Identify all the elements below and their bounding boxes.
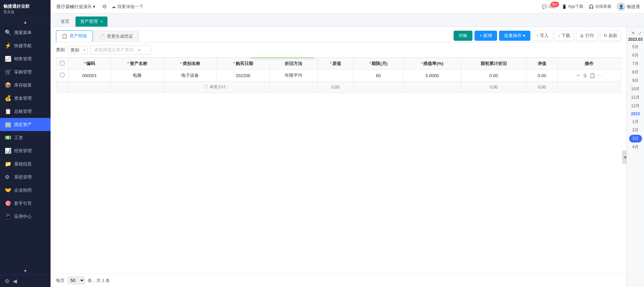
month-item-4月[interactable]: 4月 [629, 143, 642, 151]
row-code: 000001 [68, 70, 111, 82]
topbar-right: 💬 消息 99+ 📱 App下载 🎧 在线客服 👤 畅捷通 [542, 2, 640, 11]
month-item-1月[interactable]: 1月 [629, 118, 642, 126]
account-label: 对账 [459, 33, 467, 39]
settings-icon[interactable]: ⚙ [5, 278, 9, 284]
download-icon: ↓ [558, 33, 560, 38]
per-page-select[interactable]: 50 10 20 100 [67, 277, 85, 284]
row-checkbox[interactable] [60, 73, 64, 77]
app-download-icon: 📱 [562, 4, 567, 9]
tab-asset-label: 资产管理 [80, 19, 98, 25]
online-service-btn[interactable]: 🎧 在线客服 [589, 4, 611, 9]
th-residual-rate: *残值率(%) [403, 58, 461, 70]
content: 📋 资产明细 📄 变更生成凭证 对账 + 新增 [51, 27, 644, 287]
sidebar-item-企业协同[interactable]: 🤝企业协同 [0, 184, 51, 197]
select-all-checkbox[interactable] [60, 61, 64, 65]
refresh-icon: ↻ [604, 33, 607, 38]
month-item-12月[interactable]: 12月 [629, 102, 642, 110]
subtotal-empty-residual [403, 82, 461, 93]
print-btn[interactable]: 🖨 打印 [576, 31, 598, 41]
sidebar-item-快捷导航[interactable]: ⚡快捷导航 [0, 39, 51, 52]
sidebar-item-新手引导[interactable]: 🎯新手引导 [0, 197, 51, 210]
company-selector[interactable]: 医疗器械行业演示 ▾ [55, 3, 97, 11]
delete-icon[interactable]: 🗑 [583, 73, 587, 78]
month-item-3月[interactable]: 3月 [629, 135, 642, 142]
subtotal-empty-check [56, 82, 68, 93]
asset-category-placeholder: 请选择固定资产类别 [94, 47, 133, 53]
subtotal-empty-code [68, 82, 111, 93]
row-period: 60 [354, 70, 403, 82]
month-item-7月[interactable]: 7月 [629, 60, 642, 68]
right-panel-close-icon[interactable]: ✕ [631, 30, 636, 36]
category-filter-wrap[interactable]: 类别 ▾ [67, 46, 88, 54]
tab-asset-management[interactable]: 资产管理 × [75, 17, 108, 27]
table-header-row: *编码 *资产名称 *类别名称 *购买日期 折旧方法 *原值 *期限(月) *残… [56, 58, 621, 70]
row-action: ✏ 🗑 📋 ⋯ [557, 70, 621, 82]
month-item-2月[interactable]: 2月 [629, 126, 642, 134]
batch-btn[interactable]: 批量操作 ▾ [499, 31, 530, 41]
sidebar-item-应用中心[interactable]: 📱应用中心 [0, 210, 51, 223]
sidebar-item-搜索菜单[interactable]: 🔍搜索菜单 [0, 26, 51, 39]
row-name: 电脑 [111, 70, 164, 82]
th-code: *编码 [68, 58, 111, 70]
tab-home[interactable]: 首页 [56, 17, 74, 27]
import-btn[interactable]: ↑ 导入 [532, 31, 552, 41]
refresh-btn[interactable]: ↻ 刷新 [600, 31, 621, 41]
th-action: 操作 [557, 58, 621, 70]
batch-dropdown-icon: ▾ [523, 33, 525, 38]
app-download-btn[interactable]: 📱 App下载 [562, 4, 583, 9]
copy-icon[interactable]: 📋 [589, 73, 595, 78]
change-voucher-icon: 📄 [99, 34, 105, 39]
sidebar-item-总账管理[interactable]: 📋总账管理 [0, 105, 51, 118]
download-label: 下载 [561, 33, 570, 39]
th-depreciation-method: 折旧方法 [269, 58, 317, 70]
sidebar-item-采购管理[interactable]: 🛒采购管理 [0, 65, 51, 78]
month-item-9月[interactable]: 9月 [629, 77, 642, 85]
table-row: 000001 电脑 电子设备 202206 年限平均 60 5.0000 0.0… [56, 70, 621, 82]
row-category: 电子设备 [164, 70, 217, 82]
sidebar-item-销售管理[interactable]: 📈销售管理 [0, 52, 51, 65]
sidebar-bottom[interactable]: ⚙ ◀ [0, 275, 51, 287]
sidebar-item-经营管理[interactable]: 📊经营管理 [0, 144, 51, 157]
right-panel-expand-icon[interactable]: ⤢ [637, 30, 643, 36]
experience-label: 我要体验一下 [117, 4, 144, 10]
subtab-asset-detail[interactable]: 📋 资产明细 [56, 30, 93, 42]
sidebar-item-工资[interactable]: 💵工资 [0, 131, 51, 144]
user-menu[interactable]: 👤 畅捷通 [617, 2, 640, 11]
new-btn[interactable]: + 新增 [474, 31, 497, 41]
topbar: 医疗器械行业演示 ▾ ⚙ ☁ 我要体验一下 💬 消息 99+ 📱 App下载 🎧… [51, 0, 644, 13]
row-net-value: 0.00 [526, 70, 557, 82]
collapse-icon[interactable]: ◀ [13, 278, 17, 284]
subtotal-empty-action [557, 82, 621, 93]
month-item-5月[interactable]: 5月 [629, 43, 642, 51]
sidebar-scroll-down[interactable]: ▼ [0, 267, 51, 275]
per-page-label: 每页 [56, 278, 65, 284]
month-item-8月[interactable]: 8月 [629, 68, 642, 76]
account-btn[interactable]: 对账 [454, 31, 472, 41]
subtab-change-voucher[interactable]: 📄 变更生成凭证 [93, 31, 139, 42]
experience-btn[interactable]: ☁ 我要体验一下 [112, 4, 144, 10]
message-badge: 99+ [551, 2, 559, 7]
right-panel-collapse-btn[interactable]: ◀ [622, 150, 627, 164]
edit-icon[interactable]: ✏ [577, 73, 581, 78]
month-item-6月[interactable]: 6月 [629, 52, 642, 59]
sidebar-item-库存核算[interactable]: 📦库存核算 [0, 78, 51, 92]
sidebar-item-固定资产[interactable]: 🏢固定资产 [0, 118, 51, 131]
sidebar-item-系统管理[interactable]: ⚙系统管理 [0, 170, 51, 184]
asset-category-selector[interactable]: 请选择固定资产类别 ▾ [90, 45, 151, 55]
month-item-10月[interactable]: 10月 [629, 85, 642, 93]
settings-gear-icon[interactable]: ⚙ [100, 2, 109, 11]
messages-btn[interactable]: 💬 消息 99+ [542, 4, 556, 9]
batch-label: 批量操作 [504, 33, 522, 39]
tab-close-icon[interactable]: × [100, 19, 103, 24]
subtotal-label: 📄 [203, 85, 208, 89]
download-btn[interactable]: ↓ 下载 [554, 31, 574, 41]
sidebar-scroll-up[interactable]: ▲ [0, 18, 51, 26]
sidebar-item-基础信息[interactable]: 📁基础信息 [0, 157, 51, 170]
right-panel-months: 5月6月7月8月9月10月11月12月20231月2月3月4月 [627, 43, 644, 151]
more-icon[interactable]: ⋯ [597, 73, 602, 78]
subtab-bar: 📋 资产明细 📄 变更生成凭证 对账 + 新增 [51, 27, 626, 42]
sidebar-item-资金管理[interactable]: 💰资金管理 [0, 92, 51, 105]
service-label: 在线客服 [595, 4, 611, 9]
month-item-11月[interactable]: 11月 [629, 94, 642, 101]
category-filter-select[interactable]: 类别 [67, 46, 88, 54]
